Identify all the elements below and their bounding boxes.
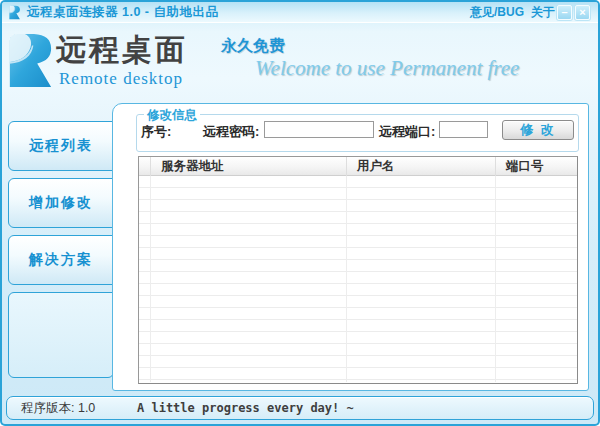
app-window: 远程桌面连接器 1.0 - 自助地出品 意见/BUG 关于 – × 远程桌面 R… [0,0,600,426]
table-column-divider [150,176,151,382]
remote-port-input[interactable] [439,121,488,138]
table-body[interactable] [139,176,577,383]
brand-title-en: Remote desktop [59,69,183,89]
sidebar-item-add-modify[interactable]: 增加修改 [8,178,114,228]
connections-table: 服务器地址 用户名 端口号 [138,156,578,384]
main-content-panel: 修改信息 序号: 远程密码: 远程端口: 修 改 服务器地址 用户名 端口号 [112,103,589,391]
remote-port-label: 远程端口: [379,123,435,140]
modify-button[interactable]: 修 改 [502,120,574,140]
serial-label: 序号: [141,123,171,140]
feedback-bug-link[interactable]: 意见/BUG [470,2,524,23]
app-logo-icon [7,5,22,20]
motto-text: A little progress every day! ~ [137,397,354,419]
about-link[interactable]: 关于 [531,2,555,23]
title-bar[interactable]: 远程桌面连接器 1.0 - 自助地出品 意见/BUG 关于 – × [2,2,598,23]
remote-password-input[interactable] [264,121,374,138]
remote-password-label: 远程密码: [203,123,259,140]
column-header-server-address[interactable]: 服务器地址 [151,157,347,176]
program-version-text: 程序版本: 1.0 [21,397,95,419]
column-header-username[interactable]: 用户名 [347,157,496,176]
window-body: 远程桌面连接器 1.0 - 自助地出品 意见/BUG 关于 – × 远程桌面 R… [2,2,598,424]
sidebar-item-label: 远程列表 [29,137,93,155]
free-badge: 永久免费 [221,36,285,57]
window-title: 远程桌面连接器 1.0 - 自助地出品 [27,2,218,23]
table-column-divider [495,176,496,382]
table-column-divider [346,176,347,382]
table-corner-cell [139,157,151,176]
sidebar-item-remote-list[interactable]: 远程列表 [8,121,114,171]
welcome-text: Welcome to use Permanent free [255,56,519,81]
brand-logo-icon [6,30,54,91]
sidebar-item-label: 增加修改 [29,194,93,212]
status-bar: 程序版本: 1.0 A little progress every day! ~ [6,396,594,420]
column-header-port[interactable]: 端口号 [496,157,577,176]
close-button[interactable]: × [575,5,590,20]
table-header-row: 服务器地址 用户名 端口号 [139,157,577,176]
minimize-button[interactable]: – [557,5,572,20]
sidebar-empty-panel [8,292,114,378]
sidebar-item-solution[interactable]: 解决方案 [8,235,114,285]
groupbox-title: 修改信息 [144,107,200,124]
sidebar-item-label: 解决方案 [29,251,93,269]
brand-title-cn: 远程桌面 [56,32,188,68]
